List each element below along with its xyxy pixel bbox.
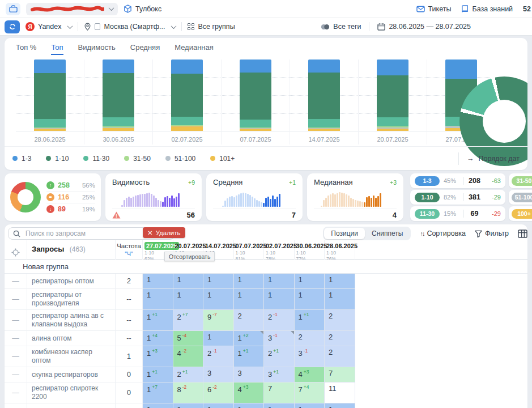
bar-column[interactable]: 30.06.2025 (84, 60, 153, 144)
query-name[interactable]: алина оптом (27, 331, 116, 346)
legend-item[interactable]: 31-50 (124, 155, 151, 163)
legend-item[interactable]: 1-10 (46, 155, 69, 163)
top-stat-row[interactable]: 1-345%208-63 (410, 173, 505, 188)
position-cell[interactable]: 1+3 (143, 346, 173, 367)
date-column-header[interactable]: 30.06.20251-1077% (295, 240, 325, 262)
position-cell[interactable]: 1+1 (143, 367, 173, 382)
row-handle[interactable]: — (5, 403, 27, 408)
position-cell[interactable]: 7+4 (295, 382, 325, 403)
query-name[interactable]: респираторы оптом (27, 274, 116, 289)
position-cell[interactable]: 6-2 (203, 382, 234, 403)
metric-card-Видимость[interactable]: Видимость+9!56 (105, 173, 202, 221)
filter-button[interactable]: Фильтр (475, 230, 509, 237)
delete-date-button[interactable]: ✕ Удалить (143, 227, 185, 238)
position-cell[interactable]: 2-1 (203, 346, 234, 367)
tab-Видимость[interactable]: Видимость (78, 43, 116, 55)
date-order-button[interactable]: → Порядок дат (467, 155, 520, 163)
position-cell[interactable]: 3 (203, 367, 234, 382)
position-cell[interactable]: 1+2 (234, 331, 265, 346)
position-cell[interactable]: 1+1 (143, 310, 173, 331)
position-cell[interactable]: 11 (325, 382, 355, 403)
row-handle[interactable]: — (5, 274, 27, 289)
position-cell[interactable]: 1 (143, 403, 173, 408)
position-cell[interactable]: 3 (234, 367, 265, 382)
position-cell[interactable]: 7 (325, 367, 355, 382)
row-handle[interactable]: — (5, 367, 27, 382)
search-engine-selector[interactable]: Я Yandex (25, 22, 72, 31)
refresh-button[interactable] (5, 20, 20, 33)
position-cell[interactable]: 3-1 (295, 346, 325, 367)
query-name[interactable]: алина п (27, 403, 116, 408)
row-handle[interactable]: — (5, 346, 27, 367)
position-cell[interactable]: 2 (234, 310, 265, 331)
toggle-Позиции[interactable]: Позиции (324, 228, 365, 239)
top-stat-row[interactable]: 1-1082%381-29 (410, 190, 505, 205)
position-cell[interactable]: 1 (173, 403, 204, 408)
position-cell[interactable]: 3-1 (264, 331, 295, 346)
metric-card-Медианная[interactable]: Медианная+34 (307, 173, 403, 221)
position-cell[interactable]: 4-2 (173, 346, 204, 367)
position-cell[interactable]: 2+7 (173, 310, 204, 331)
position-cell[interactable]: 1 (203, 274, 234, 289)
bar-column[interactable]: 20.07.2025 (359, 60, 427, 144)
position-cell[interactable]: 1 (234, 403, 265, 408)
position-cell[interactable]: 2+1 (264, 346, 295, 367)
tickets-button[interactable]: Тикеты (416, 5, 452, 13)
group-row[interactable]: Новая группа (5, 260, 527, 274)
tab-Топ[interactable]: Топ (51, 43, 63, 55)
top-stat-row-clipped[interactable]: 100+ (509, 206, 532, 221)
position-cell[interactable]: 1+7 (143, 382, 173, 403)
position-cell[interactable]: 1 (295, 403, 325, 408)
position-cell[interactable]: 1 (173, 274, 204, 289)
position-cell[interactable]: 1 (325, 289, 355, 310)
region-selector[interactable]: Москва (Смартф... (84, 23, 176, 31)
position-cell[interactable]: 4+3 (295, 367, 325, 382)
query-name[interactable]: респиратор алина ав с клапаном выдоха (27, 310, 116, 331)
position-cell[interactable]: 2 (295, 331, 325, 346)
date-range-picker[interactable]: 28.06.2025 — 28.07.2025 (377, 23, 471, 31)
target-column-header[interactable] (5, 240, 27, 262)
position-cell[interactable]: 1 (143, 289, 173, 310)
toolbox-button[interactable]: Тулбокс (124, 5, 161, 13)
position-cell[interactable]: 8-2 (173, 382, 204, 403)
tab-Средняя[interactable]: Средняя (130, 43, 160, 55)
position-cell[interactable]: 3+1 (264, 367, 295, 382)
position-cell[interactable]: 1 (295, 274, 325, 289)
position-cell[interactable]: 1+4 (143, 331, 173, 346)
position-cell[interactable]: 1 (234, 289, 265, 310)
query-name[interactable]: респиратор спиротек 2200 (27, 382, 116, 403)
position-cell[interactable]: 9-7 (203, 310, 234, 331)
tags-selector[interactable]: Все теги (321, 23, 361, 31)
top-stat-row[interactable]: 11-3015%69-29 (410, 206, 505, 221)
position-cell[interactable]: 1+1 (234, 346, 265, 367)
row-handle[interactable]: — (5, 382, 27, 403)
position-cell[interactable]: 5-4 (173, 331, 204, 346)
position-cell[interactable]: 1 (173, 289, 204, 310)
sort-button[interactable]: ↑↓ Сортировка (420, 230, 466, 237)
knowledge-base-button[interactable]: База знаний (461, 5, 513, 13)
position-cell[interactable]: 4+3 (234, 382, 265, 403)
position-cell[interactable]: 1+1 (295, 310, 325, 331)
position-cell[interactable]: 1 (203, 289, 234, 310)
date-column-header[interactable]: 07.07.20251-1081% (234, 240, 265, 262)
position-cell[interactable]: 1 (203, 331, 234, 346)
legend-item[interactable]: 1-3 (12, 155, 31, 163)
query-name[interactable]: скупка респираторов (27, 367, 116, 382)
frequency-column-header[interactable]: Частота "Ч" (116, 240, 143, 262)
position-cell[interactable]: 1 (264, 403, 295, 408)
columns-button[interactable] (518, 230, 527, 238)
position-cell[interactable]: 1 (325, 403, 355, 408)
position-cell[interactable]: 1 (295, 289, 325, 310)
legend-item[interactable]: 51-100 (165, 155, 195, 163)
row-handle[interactable]: — (5, 289, 27, 310)
legend-item[interactable]: 11-30 (83, 155, 109, 163)
position-cell[interactable]: 1 (264, 274, 295, 289)
position-cell[interactable]: 2 (325, 331, 355, 346)
balance-value[interactable]: 52 (523, 5, 531, 13)
tab-Топ %[interactable]: Топ % (16, 43, 36, 55)
projects-button[interactable] (6, 3, 20, 15)
position-cell[interactable]: 1 (143, 274, 173, 289)
position-cell[interactable]: 2 (325, 346, 355, 367)
position-cell[interactable]: 7 (264, 382, 295, 403)
bar-column[interactable]: 07.07.2025 (222, 60, 290, 144)
